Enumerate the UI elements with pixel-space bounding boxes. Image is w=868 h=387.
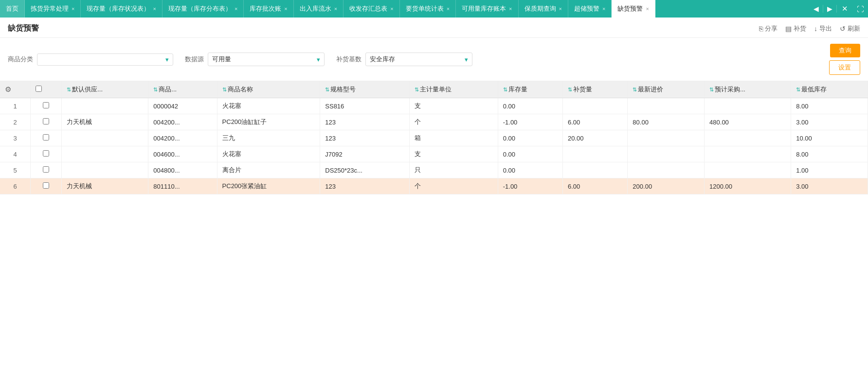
checkbox-input-2[interactable] bbox=[43, 134, 49, 141]
checkbox-input-4[interactable] bbox=[43, 166, 49, 173]
col-header-min_stock[interactable]: ⇅最低库存 bbox=[791, 81, 868, 98]
row-checkbox-0[interactable] bbox=[31, 98, 62, 114]
tab-close-all-button[interactable]: ✕ bbox=[837, 4, 852, 13]
cell-latest_price-5: 200.00 bbox=[628, 178, 705, 194]
category-label: 商品分类 bbox=[8, 55, 33, 64]
cell-restock_qty-5: 6.00 bbox=[563, 178, 628, 194]
checkbox-input-0[interactable] bbox=[43, 102, 49, 108]
cell-product_name-5: PC200张紧油缸 bbox=[217, 178, 320, 194]
tab-batch-account[interactable]: 库存批次账× bbox=[244, 0, 293, 18]
col-header-spec[interactable]: ⇅规格型号 bbox=[320, 81, 409, 98]
cell-product_code-2: 004200... bbox=[148, 130, 217, 146]
tab-available-ledger[interactable]: 可用量库存账本× bbox=[456, 0, 518, 18]
tab-close-inventory-dist[interactable]: × bbox=[235, 6, 237, 12]
row-checkbox-1[interactable] bbox=[31, 114, 62, 130]
tab-overstock[interactable]: 超储预警× bbox=[568, 0, 612, 18]
restock-action[interactable]: ▤ 补货 bbox=[785, 24, 806, 33]
cell-latest_price-3 bbox=[628, 146, 705, 162]
cell-min_stock-2: 10.00 bbox=[791, 130, 868, 146]
header-actions: ⎘ 分享 ▤ 补货 ↓ 导出 ↺ 刷新 bbox=[759, 24, 860, 33]
tab-close-recv-summary[interactable]: × bbox=[390, 6, 393, 12]
query-button[interactable]: 查询 bbox=[830, 44, 860, 57]
cell-default_supplier-2 bbox=[62, 130, 148, 146]
tab-fullscreen-button[interactable]: ⛶ bbox=[852, 5, 868, 13]
col-header-default_supplier[interactable]: ⇅默认供应... bbox=[62, 81, 148, 98]
gear-column-icon[interactable]: ⚙ bbox=[5, 85, 11, 93]
restock-label: 补货 bbox=[794, 24, 806, 33]
tab-close-batch-account[interactable]: × bbox=[284, 6, 287, 12]
row-num-4: 5 bbox=[0, 162, 31, 178]
restock-basis-select[interactable]: 安全库存 ▾ bbox=[365, 53, 472, 66]
tab-prev-button[interactable]: ◀ bbox=[810, 5, 823, 13]
col-header-unit[interactable]: ⇅主计量单位 bbox=[409, 81, 498, 98]
cell-latest_price-4 bbox=[628, 162, 705, 178]
row-checkbox-4[interactable] bbox=[31, 162, 62, 178]
page-title: 缺货预警 bbox=[8, 23, 39, 34]
cell-latest_price-2 bbox=[628, 130, 705, 146]
tab-inout-flow[interactable]: 出入库流水× bbox=[294, 0, 344, 18]
row-num-3: 4 bbox=[0, 146, 31, 162]
tab-home[interactable]: 首页 bbox=[0, 0, 25, 18]
export-icon: ↓ bbox=[814, 25, 817, 33]
table-row[interactable]: 5004800...离合片DS250*23c...只0.001.00 bbox=[0, 162, 868, 178]
col-header-product_code[interactable]: ⇅商品... bbox=[148, 81, 217, 98]
row-checkbox-2[interactable] bbox=[31, 130, 62, 146]
row-checkbox-3[interactable] bbox=[31, 146, 62, 162]
tab-shortage[interactable]: 缺货预警× bbox=[612, 0, 655, 18]
tab-close-available-ledger[interactable]: × bbox=[509, 6, 512, 12]
col-header-restock_qty[interactable]: ⇅补货量 bbox=[563, 81, 628, 98]
category-select[interactable]: ▾ bbox=[37, 53, 173, 66]
filter-buttons: 查询 设置 bbox=[829, 44, 860, 75]
settings-button[interactable]: 设置 bbox=[829, 60, 860, 75]
col-header-latest_price[interactable]: ⇅最新进价 bbox=[628, 81, 705, 98]
tab-expiry-query[interactable]: 保质期查询× bbox=[519, 0, 568, 18]
col-header-est_purchase[interactable]: ⇅预计采购... bbox=[705, 81, 791, 98]
cell-stock-5: -1.00 bbox=[498, 178, 562, 194]
refresh-action[interactable]: ↺ 刷新 bbox=[840, 24, 860, 33]
select-all-checkbox[interactable] bbox=[36, 86, 42, 92]
tab-inventory-dist[interactable]: 现存量（库存分布表）× bbox=[163, 0, 244, 18]
tab-close-shortage[interactable]: × bbox=[646, 6, 649, 12]
tab-close-exception[interactable]: × bbox=[72, 6, 74, 12]
tab-close-inventory-status[interactable]: × bbox=[153, 6, 156, 12]
col-header-product_name[interactable]: ⇅商品名称 bbox=[217, 81, 320, 98]
cell-default_supplier-3 bbox=[62, 146, 148, 162]
export-action[interactable]: ↓ 导出 bbox=[814, 24, 832, 33]
tab-demand-stats[interactable]: 要货单统计表× bbox=[400, 0, 456, 18]
tab-actions: ◀ ▶ ✕ ⛶ bbox=[810, 4, 868, 13]
tab-close-overstock[interactable]: × bbox=[602, 6, 605, 12]
table-row[interactable]: 6力天机械801110...PC200张紧油缸123个-1.006.00200.… bbox=[0, 178, 868, 194]
tab-inventory-status[interactable]: 现存量（库存状况表）× bbox=[81, 0, 162, 18]
cell-unit-2: 箱 bbox=[409, 130, 498, 146]
tab-next-button[interactable]: ▶ bbox=[823, 5, 837, 13]
cell-default_supplier-0 bbox=[62, 98, 148, 114]
checkbox-input-3[interactable] bbox=[43, 150, 49, 157]
tab-close-expiry-query[interactable]: × bbox=[559, 6, 562, 12]
cell-est_purchase-3 bbox=[705, 146, 791, 162]
table-row[interactable]: 2力天机械004200...PC200油缸缸子123个-1.006.0080.0… bbox=[0, 114, 868, 130]
col-header-stock[interactable]: ⇅库存量 bbox=[498, 81, 562, 98]
sort-icon-est_purchase: ⇅ bbox=[709, 87, 714, 92]
restock-basis-chevron-icon: ▾ bbox=[465, 56, 468, 63]
datasource-select[interactable]: 可用量 ▾ bbox=[208, 53, 325, 66]
tab-close-demand-stats[interactable]: × bbox=[447, 6, 450, 12]
table-row[interactable]: 10000042火花塞SS816支0.008.00 bbox=[0, 98, 868, 114]
restock-basis-select-value: 安全库存 bbox=[370, 55, 395, 64]
checkbox-input-5[interactable] bbox=[43, 182, 49, 189]
table-row[interactable]: 4004600...火花塞J7092支0.008.00 bbox=[0, 146, 868, 162]
cell-stock-2: 0.00 bbox=[498, 130, 562, 146]
tab-recv-summary[interactable]: 收发存汇总表× bbox=[344, 0, 399, 18]
tab-close-inout-flow[interactable]: × bbox=[334, 6, 337, 12]
checkbox-input-1[interactable] bbox=[43, 118, 49, 124]
row-checkbox-5[interactable] bbox=[31, 178, 62, 194]
table-row[interactable]: 3004200...三九123箱0.0020.0010.00 bbox=[0, 130, 868, 146]
sort-icon-min_stock: ⇅ bbox=[796, 87, 800, 92]
cell-unit-5: 个 bbox=[409, 178, 498, 194]
cell-product_code-1: 004200... bbox=[148, 114, 217, 130]
cell-spec-0: SS816 bbox=[320, 98, 409, 114]
share-action[interactable]: ⎘ 分享 bbox=[759, 24, 778, 33]
tab-exception[interactable]: 拣货异常处理× bbox=[25, 0, 81, 18]
cell-product_name-4: 离合片 bbox=[217, 162, 320, 178]
cell-est_purchase-1: 480.00 bbox=[705, 114, 791, 130]
col-header-checkbox bbox=[31, 81, 62, 98]
